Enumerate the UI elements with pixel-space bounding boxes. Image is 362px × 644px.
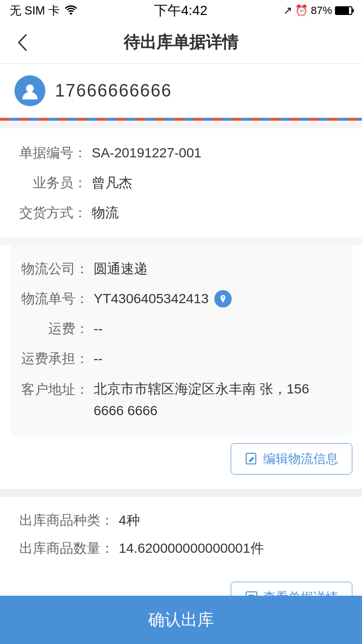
- freight-label: 运费：: [21, 319, 89, 339]
- confirm-button[interactable]: 确认出库: [0, 596, 362, 644]
- avatar: [14, 75, 45, 106]
- svg-point-0: [26, 84, 34, 92]
- goods-quantity-row: 出库商品数量： 14.620000000000001件: [19, 539, 343, 558]
- tracking-value: YT43064053424​13: [94, 289, 341, 309]
- document-value: SA-20191227-001: [92, 143, 343, 163]
- document-label: 单据编号：: [19, 143, 87, 163]
- sales-rep-value: 曾凡杰: [92, 173, 343, 193]
- logistics-company-value: 圆通速递: [94, 259, 341, 279]
- logistics-company-row: 物流公司： 圆通速递: [21, 259, 341, 279]
- delivery-row: 交货方式： 物流: [19, 203, 343, 223]
- status-time: 下午4:42: [154, 1, 208, 20]
- status-bar: 无 SIM 卡 下午4:42 ↗ ⏰ 87%: [0, 0, 362, 21]
- edit-logistics-label: 编辑物流信息: [263, 450, 338, 467]
- tracking-row: 物流单号： YT43064053424​13: [21, 289, 341, 309]
- address-label: 客户地址：: [21, 378, 89, 400]
- freight-bear-row: 运费承担： --: [21, 349, 341, 369]
- user-header: 17666666666: [0, 64, 362, 118]
- back-button[interactable]: [12, 32, 33, 53]
- battery-text: 87%: [311, 4, 332, 17]
- goods-types-label: 出库商品种类：: [19, 511, 114, 530]
- tracking-location-icon[interactable]: [214, 290, 232, 308]
- tracking-label: 物流单号：: [21, 289, 89, 309]
- address-value: 北京市市辖区海淀区永丰南 张，156 6666 6666: [94, 378, 341, 422]
- user-phone: 17666666666: [55, 81, 172, 101]
- freight-bear-value: --: [94, 349, 341, 369]
- sales-rep-row: 业务员： 曾凡杰: [19, 173, 343, 193]
- wifi-icon: [64, 4, 78, 17]
- status-right: ↗ ⏰ 87%: [283, 4, 352, 17]
- freight-row: 运费： --: [21, 319, 341, 339]
- nav-bar: 待出库单据详情: [0, 21, 362, 64]
- address-row: 客户地址： 北京市市辖区海淀区永丰南 张，156 6666 6666: [21, 378, 341, 422]
- sales-rep-label: 业务员：: [19, 173, 87, 193]
- delivery-label: 交货方式：: [19, 203, 87, 223]
- confirm-button-label: 确认出库: [148, 609, 214, 631]
- freight-bear-label: 运费承担：: [21, 349, 89, 369]
- goods-quantity-value: 14.620000000000001件: [119, 539, 264, 558]
- edit-logistics-button[interactable]: 编辑物流信息: [231, 443, 352, 475]
- location-arrow-icon: ↗: [283, 4, 292, 17]
- goods-types-value: 4种: [119, 511, 140, 530]
- main-content: 17666666666 单据编号： SA-20191227-001 业务员： 曾…: [0, 64, 362, 644]
- dashed-divider: [0, 118, 362, 121]
- goods-section: 出库商品种类： 4种 出库商品数量： 14.620000000000001件: [0, 497, 362, 572]
- carrier-text: 无 SIM 卡: [10, 3, 60, 18]
- logistics-company-label: 物流公司：: [21, 259, 89, 279]
- alarm-icon: ⏰: [295, 4, 308, 17]
- page-title: 待出库单据详情: [124, 31, 238, 54]
- status-left: 无 SIM 卡: [10, 3, 78, 18]
- goods-quantity-label: 出库商品数量：: [19, 539, 114, 558]
- logistics-card: 物流公司： 圆通速递 物流单号： YT43064053424​13 运费： --: [10, 245, 352, 435]
- tracking-number: YT43064053424​13: [94, 289, 209, 309]
- section-divider: [0, 489, 362, 497]
- freight-value: --: [94, 319, 341, 339]
- document-row: 单据编号： SA-20191227-001: [19, 143, 343, 163]
- battery-icon: [335, 6, 352, 15]
- edit-btn-container: 编辑物流信息: [0, 443, 362, 484]
- delivery-value: 物流: [92, 203, 343, 223]
- goods-types-row: 出库商品种类： 4种: [19, 511, 343, 530]
- basic-info-section: 单据编号： SA-20191227-001 业务员： 曾凡杰 交货方式： 物流: [0, 128, 362, 238]
